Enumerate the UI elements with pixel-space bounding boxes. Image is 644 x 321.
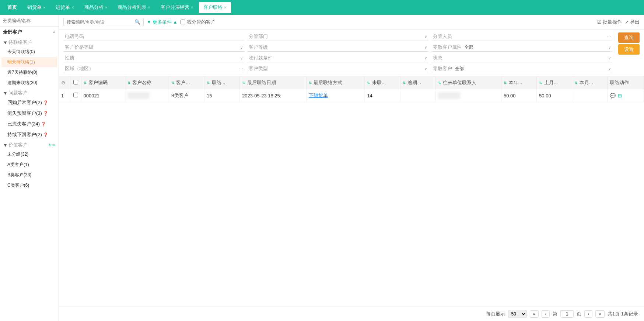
customer-name-blurred: 客户名称 xyxy=(127,92,150,99)
search-wrap: 🔍 xyxy=(63,18,144,26)
sort-icon: ⇅ xyxy=(574,81,577,85)
more-icon: ··· xyxy=(607,34,611,39)
column-header-uncontacted[interactable]: ⇅ 未联... xyxy=(365,76,400,89)
last-page-button[interactable]: » xyxy=(595,310,605,318)
sidebar-search-input[interactable] xyxy=(3,18,58,23)
sidebar-item-a-class[interactable]: A类客户(1) xyxy=(1,160,57,170)
column-header-last-method[interactable]: ⇅ 最后联络方式 xyxy=(306,76,365,89)
filter-customer-type[interactable]: 客户类型 ∨ xyxy=(247,65,428,73)
more-conditions-toggle[interactable]: ▼ 更多条件 ▲ xyxy=(147,19,178,25)
contact-person-blurred: 联系人 xyxy=(438,92,460,99)
row-action-icons: 💬 ⊞ xyxy=(610,93,641,99)
sort-icon: ⇅ xyxy=(127,81,130,85)
page-number-input[interactable] xyxy=(560,310,574,318)
column-header-last-month[interactable]: ⇅ 上月... xyxy=(537,76,572,89)
last-method-link[interactable]: 下销货单 xyxy=(309,93,328,98)
cell-last-method[interactable]: 下销货单 xyxy=(306,89,365,102)
nav-purchase-order[interactable]: 进货单 × xyxy=(51,2,78,13)
column-header-contact[interactable]: ⇅ 联络... xyxy=(204,76,239,89)
filter-nature[interactable]: 性质 ∨ xyxy=(63,54,244,62)
advanced-filter-panel: 电话号码 分管部门 ∨ 分管人员 ··· xyxy=(59,30,644,76)
column-header-this-month[interactable]: ⇅ 本月... xyxy=(572,76,608,89)
column-header-type[interactable]: ⇅ 客户... xyxy=(169,76,204,89)
per-page-select[interactable]: 50 100 200 xyxy=(508,310,527,318)
first-page-button[interactable]: « xyxy=(530,310,539,318)
sidebar-item-b-class[interactable]: B类客户(33) xyxy=(1,170,57,180)
column-header-this-year[interactable]: ⇅ 本年... xyxy=(501,76,536,89)
comment-icon[interactable]: 💬 xyxy=(610,93,616,99)
more-icon: ··· xyxy=(239,66,243,71)
sidebar-item-c-class[interactable]: C类客户(6) xyxy=(1,180,57,190)
nav-customer-contact[interactable]: 客户联络 × xyxy=(199,2,231,13)
sidebar-group-problem: ▼ 问题客户 xyxy=(0,88,59,97)
close-icon[interactable]: × xyxy=(43,5,45,10)
sidebar-item-7days-pending[interactable]: 近7天待联络(0) xyxy=(1,68,57,77)
filter-row-4: 区域（地区） ··· 客户类型 ∨ 零散客户 全部 ∨ xyxy=(63,65,612,73)
filter-customer-level[interactable]: 客户等级 ∨ xyxy=(247,43,428,52)
prev-page-button[interactable]: ‹ xyxy=(542,310,550,318)
select-all-checkbox[interactable] xyxy=(73,80,78,84)
chevron-down-icon: ∨ xyxy=(424,45,427,49)
sort-icon: ⇅ xyxy=(207,81,210,85)
sidebar-item-repurchase-abnormal[interactable]: 回购异常客户(2) ❓ xyxy=(1,97,57,108)
content-area: 🔍 ▼ 更多条件 ▲ 我分管的客户 ☑ 批量操作 ↗ 导出 xyxy=(59,15,644,321)
close-icon[interactable]: × xyxy=(71,5,74,10)
cell-uncontacted: 14 xyxy=(365,89,400,102)
info-icon: ❓ xyxy=(41,122,46,126)
close-icon[interactable]: × xyxy=(191,5,193,10)
sidebar-item-today-pending[interactable]: 今天待联络(0) xyxy=(1,47,57,57)
column-header-overdue[interactable]: ⇅ 逾期... xyxy=(400,76,435,89)
refresh-icon[interactable]: ↻ xyxy=(48,143,52,148)
filter-retail-customer[interactable]: 零散客户 全部 ∨ xyxy=(431,65,612,73)
sidebar-item-tomorrow-pending[interactable]: 明天待联络(1) xyxy=(1,57,57,67)
sidebar-item-overdue[interactable]: 逾期未联络(30) xyxy=(1,78,57,88)
nav-sales-order[interactable]: 销货单 × xyxy=(23,2,50,13)
batch-operation-button[interactable]: ☑ 批量操作 xyxy=(597,19,622,25)
sidebar-all-customers[interactable]: 全部客户 « xyxy=(0,27,59,38)
sidebar-item-churned[interactable]: 已流失客户(24) ❓ xyxy=(1,119,57,129)
my-customers-checkbox[interactable] xyxy=(181,20,185,24)
column-gear[interactable]: ⚙ xyxy=(59,76,70,89)
column-header-last-date[interactable]: ⇅ 最后联络日期 xyxy=(240,76,307,89)
column-header-code[interactable]: ⇅ 客户编码 xyxy=(81,76,125,89)
filter-row-2: 客户价格等级 ∨ 客户等级 ∨ 零散客户属性 全部 ∨ xyxy=(63,43,612,52)
filter-region[interactable]: 区域（地区） ··· xyxy=(63,65,244,73)
settings-button[interactable]: 设置 xyxy=(618,44,640,55)
nav-home[interactable]: 首页 xyxy=(3,2,21,13)
gear-icon[interactable]: ⚙ xyxy=(61,80,66,86)
filter-status[interactable]: 状态 ∨ xyxy=(431,54,612,62)
grid-icon[interactable]: ⊞ xyxy=(618,93,622,99)
nav-product-analysis-list[interactable]: 商品分析列表 × xyxy=(113,2,154,13)
sidebar-item-ungrouped[interactable]: 未分组(32) xyxy=(1,149,57,159)
query-button[interactable]: 查询 xyxy=(618,32,640,43)
search-icon[interactable]: 🔍 xyxy=(134,19,140,25)
sidebar-group-value: ▼ 价值客户 ↻ ✏ xyxy=(0,140,59,149)
close-icon[interactable]: × xyxy=(148,5,150,10)
filter-phone[interactable]: 电话号码 xyxy=(63,32,244,41)
row-checkbox[interactable] xyxy=(73,93,78,97)
chevron-up-icon: ▲ xyxy=(173,19,178,25)
next-page-button[interactable]: › xyxy=(584,310,592,318)
filter-payment-terms[interactable]: 收付款条件 ∨ xyxy=(247,54,428,62)
close-icon[interactable]: × xyxy=(105,5,107,10)
sidebar-item-declining[interactable]: 持续下滑客户(2) ❓ xyxy=(1,130,57,140)
nav-customer-segmentation[interactable]: 客户分层经营 × xyxy=(156,2,197,13)
column-header-name[interactable]: ⇅ 客户名称 xyxy=(125,76,169,89)
sidebar-item-churn-warning[interactable]: 流失预警客户(3) ❓ xyxy=(1,108,57,118)
filter-retail-attr[interactable]: 零散客户属性 全部 ∨ xyxy=(431,43,612,52)
collapse-icon: « xyxy=(53,30,56,35)
filter-manager[interactable]: 分管人员 ··· xyxy=(431,32,612,41)
nav-product-analysis[interactable]: 商品分析 × xyxy=(80,2,112,13)
edit-icon[interactable]: ✏ xyxy=(52,143,56,148)
cell-checkbox xyxy=(70,89,81,102)
filter-price-level[interactable]: 客户价格等级 ∨ xyxy=(63,43,244,52)
close-icon[interactable]: × xyxy=(224,5,226,10)
sort-icon: ⇅ xyxy=(539,81,542,85)
filter-dept[interactable]: 分管部门 ∨ xyxy=(247,32,428,41)
filter-action-buttons: 查询 设置 xyxy=(618,32,640,73)
column-header-contact-person[interactable]: ⇅ 往来单位联系人 xyxy=(435,76,501,89)
cell-this-month xyxy=(572,89,608,102)
sidebar-search-bar: 🔍 xyxy=(0,15,59,27)
export-button[interactable]: ↗ 导出 xyxy=(625,19,640,25)
main-search-input[interactable] xyxy=(67,20,133,25)
